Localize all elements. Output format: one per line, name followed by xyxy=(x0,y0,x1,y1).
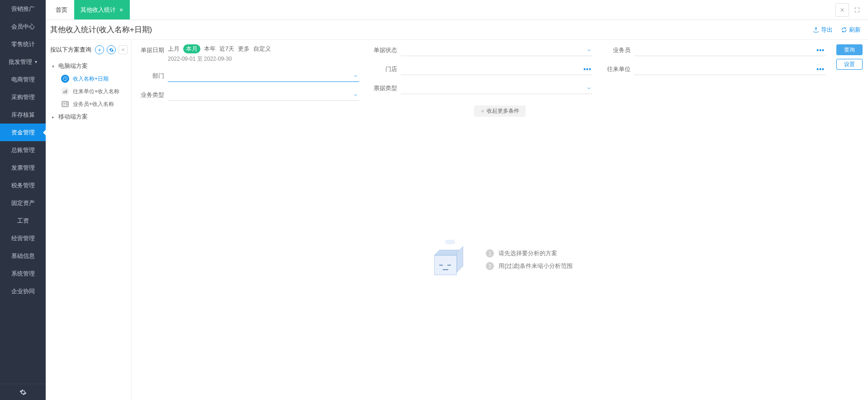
biz-type-select[interactable] xyxy=(168,89,359,101)
export-button[interactable]: 导出 xyxy=(813,26,833,34)
tab-close-icon[interactable]: × xyxy=(119,7,123,13)
chevron-down-icon xyxy=(353,92,358,98)
sidebar-item-purchase[interactable]: 采购管理 xyxy=(0,88,46,106)
fullscreen-icon xyxy=(854,7,860,13)
tree-leaf-sales-income[interactable]: 业务员+收入名称 xyxy=(61,98,129,110)
sidebar-item-wholesale[interactable]: 批发管理▾ xyxy=(0,53,46,71)
sidebar-item-ecommerce[interactable]: 电商管理 xyxy=(0,71,46,88)
scheme-tree: ▾ 电脑端方案 收入名称+日期 往来单位+收入名称 业务员+收入名称 xyxy=(46,58,131,125)
caret-down-icon: ▾ xyxy=(35,59,37,64)
field-salesperson: 业务员 ••• xyxy=(603,44,825,56)
voucher-type-select[interactable] xyxy=(401,82,592,94)
caret-right-icon: ▸ xyxy=(50,114,56,119)
gear-icon xyxy=(109,48,114,52)
collapse-more-button[interactable]: 收起更多条件 xyxy=(474,105,526,117)
scheme-settings-button[interactable] xyxy=(107,45,116,54)
tree-group-pc[interactable]: ▾ 电脑端方案 xyxy=(50,60,129,72)
field-label: 业务类型 xyxy=(137,89,164,99)
ellipsis-icon: ••• xyxy=(816,47,825,54)
scheme-panel: 按以下方案查询 + ▾ 电脑端方案 收入名称+日期 xyxy=(46,40,132,400)
page-title: 其他收入统计(收入名称+日期) xyxy=(50,24,152,35)
chevron-down-icon xyxy=(586,86,592,91)
field-label: 门店 xyxy=(370,63,397,73)
tree-leaf-partner-income[interactable]: 往来单位+收入名称 xyxy=(61,85,129,98)
partner-lookup[interactable]: ••• xyxy=(634,63,825,75)
sidebar-item-salary[interactable]: 工资 xyxy=(0,212,46,229)
date-opt-this-year[interactable]: 本年 xyxy=(204,45,216,53)
sidebar: 营销推广 会员中心 零售统计 批发管理▾ 电商管理 采购管理 库存核算 资金管理… xyxy=(0,0,46,400)
field-label: 往来单位 xyxy=(603,63,631,73)
tree-group-mobile[interactable]: ▸ 移动端方案 xyxy=(50,110,129,123)
step-number: 1 xyxy=(486,249,494,257)
close-all-button[interactable] xyxy=(835,3,849,17)
status-select[interactable] xyxy=(401,44,592,56)
date-opt-this-month[interactable]: 本月 xyxy=(183,44,200,53)
date-opt-last-month[interactable]: 上月 xyxy=(168,45,180,53)
store-lookup[interactable]: ••• xyxy=(401,63,592,75)
sidebar-item-enterprise[interactable]: 企业协同 xyxy=(0,282,46,300)
tab-actions xyxy=(835,0,868,19)
sidebar-item-member[interactable]: 会员中心 xyxy=(0,18,46,35)
plus-icon: + xyxy=(98,47,101,53)
field-biz-type: 业务类型 xyxy=(137,89,359,101)
field-label: 票据类型 xyxy=(370,82,397,92)
fullscreen-button[interactable] xyxy=(851,4,863,16)
chevron-up-icon xyxy=(480,109,485,114)
chevron-down-icon xyxy=(353,73,358,79)
sidebar-item-tax[interactable]: 税务管理 xyxy=(0,176,46,194)
sidebar-settings[interactable] xyxy=(0,384,46,400)
tabs-row: 首页 其他收入统计 × xyxy=(46,0,868,20)
empty-steps: 1 请先选择要分析的方案 2 用[过滤]条件来缩小分析范围 xyxy=(486,249,572,270)
sidebar-item-basic-info[interactable]: 基础信息 xyxy=(0,247,46,265)
step-number: 2 xyxy=(486,262,494,270)
date-opt-last7[interactable]: 近7天 xyxy=(219,45,234,53)
filters-wrap: 单据日期 上月 本月 本年 近7天 更多 自定义 20 xyxy=(132,40,868,400)
sidebar-item-marketing[interactable]: 营销推广 xyxy=(0,0,46,18)
ellipsis-icon: ••• xyxy=(583,66,592,73)
caret-down-icon: ▾ xyxy=(50,64,56,69)
refresh-button[interactable]: 刷新 xyxy=(841,26,861,34)
scheme-title: 按以下方案查询 xyxy=(50,46,92,54)
collapse-panel-button[interactable] xyxy=(119,45,128,54)
field-store: 门店 ••• xyxy=(370,63,592,75)
svg-rect-1 xyxy=(63,91,64,93)
sidebar-item-funds[interactable]: 资金管理 xyxy=(0,124,46,141)
sidebar-item-inventory[interactable]: 库存核算 xyxy=(0,106,46,124)
field-date: 单据日期 上月 本月 本年 近7天 更多 自定义 20 xyxy=(137,44,359,63)
refresh-icon xyxy=(841,27,847,33)
sidebar-item-operations[interactable]: 经营管理 xyxy=(0,229,46,247)
empty-illustration xyxy=(427,237,472,282)
sidebar-item-retail-stats[interactable]: 零售统计 xyxy=(0,35,46,53)
sidebar-item-ledger[interactable]: 总账管理 xyxy=(0,141,46,159)
svg-rect-3 xyxy=(66,90,67,93)
date-range: 2022-09-01 至 2022-09-30 xyxy=(168,55,359,63)
filter-actions: 查询 设置 xyxy=(836,44,863,101)
query-button[interactable]: 查询 xyxy=(836,44,863,55)
chevron-left-icon xyxy=(121,48,125,52)
date-options: 上月 本月 本年 近7天 更多 自定义 xyxy=(168,44,359,53)
dept-select[interactable] xyxy=(168,70,359,82)
tab-active[interactable]: 其他收入统计 × xyxy=(74,0,130,19)
tab-home[interactable]: 首页 xyxy=(49,0,74,19)
sidebar-item-system[interactable]: 系统管理 xyxy=(0,265,46,282)
date-opt-more[interactable]: 更多 xyxy=(238,45,250,53)
add-scheme-button[interactable]: + xyxy=(95,45,104,54)
empty-step-1: 1 请先选择要分析的方案 xyxy=(486,249,572,257)
gear-icon xyxy=(19,389,27,396)
svg-point-5 xyxy=(63,103,65,105)
empty-step-2: 2 用[过滤]条件来缩小分析范围 xyxy=(486,262,572,270)
clock-icon xyxy=(61,75,69,83)
collapse-bar: 收起更多条件 xyxy=(132,101,868,119)
chart-icon xyxy=(61,87,69,95)
sidebar-items: 营销推广 会员中心 零售统计 批发管理▾ 电商管理 采购管理 库存核算 资金管理… xyxy=(0,0,46,384)
close-icon xyxy=(839,7,845,13)
date-opt-custom[interactable]: 自定义 xyxy=(253,45,271,53)
salesperson-lookup[interactable]: ••• xyxy=(634,44,825,56)
sidebar-item-invoice[interactable]: 发票管理 xyxy=(0,159,46,176)
filters: 单据日期 上月 本月 本年 近7天 更多 自定义 20 xyxy=(132,40,868,101)
field-label: 业务员 xyxy=(603,44,631,54)
user-card-icon xyxy=(61,100,69,108)
settings-button[interactable]: 设置 xyxy=(836,59,863,70)
tree-leaf-income-date[interactable]: 收入名称+日期 xyxy=(61,72,129,85)
sidebar-item-fixed-assets[interactable]: 固定资产 xyxy=(0,194,46,212)
